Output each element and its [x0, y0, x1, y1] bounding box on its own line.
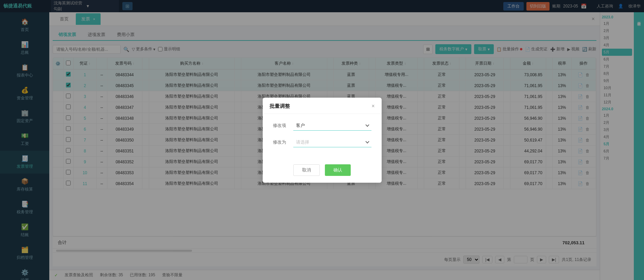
field-select[interactable]: 客户: [293, 121, 371, 131]
modal-overlay[interactable]: 批量调整 × 修改项 客户 修改为 请选择 取消 确认: [0, 0, 644, 280]
modal-header: 批量调整 ×: [263, 98, 382, 114]
field-row: 修改项 客户: [273, 121, 371, 131]
value-placeholder: 请选择: [296, 139, 309, 145]
modal-close-button[interactable]: ×: [371, 103, 375, 109]
cancel-button[interactable]: 取消: [293, 164, 320, 176]
field-label: 修改项: [273, 122, 293, 129]
modal-title: 批量调整: [269, 103, 290, 110]
field-chevron-icon: [365, 123, 369, 127]
modal-body: 修改项 客户 修改为 请选择: [263, 114, 382, 161]
confirm-button[interactable]: 确认: [325, 164, 351, 176]
batch-adjust-modal: 批量调整 × 修改项 客户 修改为 请选择 取消 确认: [263, 98, 382, 183]
value-label: 修改为: [273, 139, 293, 145]
value-input[interactable]: 请选择: [293, 137, 371, 147]
modal-footer: 取消 确认: [263, 161, 382, 183]
value-chevron-icon: [365, 139, 369, 143]
field-value: 客户: [296, 122, 305, 129]
value-row: 修改为 请选择: [273, 137, 371, 147]
